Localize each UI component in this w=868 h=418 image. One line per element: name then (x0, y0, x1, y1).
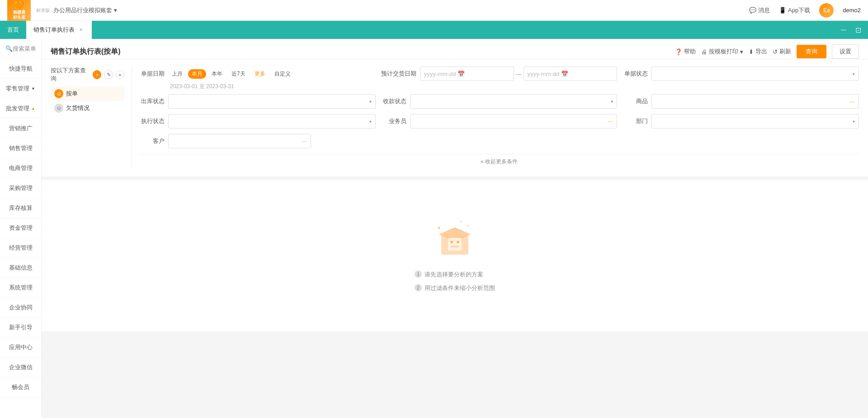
product-more-icon[interactable]: ··· (849, 98, 855, 105)
solution-backorder-dot: ⊙ (54, 104, 63, 113)
add-solution-btn[interactable]: + (93, 70, 101, 79)
date-tag-more[interactable]: 更多 (251, 69, 269, 79)
sidebar-wholesale-label: 批发管理 (6, 104, 29, 113)
tab-home[interactable]: 首页 (0, 21, 26, 39)
sidebar-system-label: 系统管理 (9, 284, 33, 292)
date-to-input[interactable]: yyyy-mm-dd 📅 (524, 66, 618, 81)
filter-left-panel: 按以下方案查询 + ✎ « ⊙ 按单 ⊙ 欠货情况 (51, 66, 132, 169)
page-header: 销售订单执行表(按单) ❓ 帮助 🖨 按模板打印 ▾ ⬇ 导出 ↺ 刷新 查询 … (42, 39, 868, 59)
date-tag-thismonth[interactable]: 本月 (188, 69, 206, 79)
date-range-from: yyyy-mm-dd 📅 — yyyy-mm-dd 📅 (420, 66, 618, 81)
svg-point-7 (450, 241, 453, 243)
filter-group-exec-status: 执行状态 ▾ (139, 114, 376, 128)
export-btn[interactable]: ⬇ 导出 (749, 48, 767, 56)
stock-status-arrow: ▾ (369, 99, 372, 104)
calendar-icon-to: 📅 (561, 71, 568, 77)
sidebar-item-sales[interactable]: 销售管理 (0, 138, 41, 158)
app-download-action[interactable]: 📱 App下载 (779, 6, 810, 14)
sidebar-item-basic[interactable]: 基础信息 (0, 258, 41, 278)
stock-status-select[interactable]: ▾ (168, 94, 376, 109)
help-label: 帮助 (684, 48, 696, 56)
filter-row-2: 出库状态 ▾ 收款状态 ▾ 商品 (139, 94, 859, 109)
sidebar-app-label: 应用中心 (9, 343, 33, 352)
date-tag-custom[interactable]: 自定义 (271, 69, 294, 79)
nav-tabs: 首页 销售订单执行表 × ─ ⊡ (0, 21, 868, 39)
date-tags: 上月 本月 本年 近7天 更多 自定义 (168, 69, 294, 79)
filter-group-product: 商品 ··· (623, 94, 859, 109)
nav-right-actions: ─ ⊡ (837, 24, 868, 36)
exec-status-select[interactable]: ▾ (168, 114, 376, 128)
solution-item-order[interactable]: ⊙ 按单 (51, 86, 124, 101)
exec-status-label: 执行状态 (139, 117, 165, 125)
sidebar-item-member[interactable]: 畅会员 (0, 377, 41, 397)
product-select[interactable]: ··· (651, 94, 859, 109)
edit-solution-btn[interactable]: ✎ (104, 70, 113, 79)
export-icon: ⬇ (749, 48, 754, 55)
avatar-text: Ea (823, 7, 830, 14)
sidebar-item-finance[interactable]: 资金管理 (0, 218, 41, 238)
sidebar-search[interactable]: 🔍 搜索菜单 (0, 39, 41, 59)
sidebar-shortcut[interactable]: 快捷导航 (0, 59, 41, 79)
customer-select[interactable]: ··· (168, 134, 311, 148)
sidebar-item-marketing[interactable]: 营销推广 (0, 119, 41, 138)
sidebar-operations-label: 经营管理 (9, 244, 33, 252)
sidebar-item-system[interactable]: 系统管理 (0, 278, 41, 298)
username: demo2 (843, 7, 861, 14)
sidebar-item-collab[interactable]: 企业协同 (0, 298, 41, 318)
dept-label: 部门 (623, 117, 648, 125)
refresh-btn[interactable]: ↺ 刷新 (773, 48, 791, 56)
empty-state: ✦ ✦ ✦ 1 请先选择要分析的方案 2 用过滤条件来缩小分析范围 (42, 180, 868, 331)
dept-select[interactable]: ▾ (651, 114, 859, 128)
doc-status-select[interactable]: ▾ (651, 66, 859, 81)
customer-more-icon[interactable]: ··· (302, 138, 307, 145)
svg-rect-6 (448, 238, 462, 251)
empty-step-2: 2 用过滤条件来缩小分析范围 (415, 284, 495, 292)
sidebar-item-retail[interactable]: 零售管理 (0, 79, 41, 99)
collapse-icon: « (481, 158, 484, 165)
tab-close-icon[interactable]: × (77, 26, 85, 33)
sidebar-item-wxwork[interactable]: 企业微信 (0, 357, 41, 377)
message-action[interactable]: 💬 消息 (749, 6, 770, 14)
tab-sales-order[interactable]: 销售订单执行表 × (26, 21, 92, 39)
salesperson-more-icon[interactable]: ··· (608, 118, 613, 125)
topbar: 🧡 畅捷通 好生意 标准版 办公用品行业模拟账套 ▾ 💬 消息 📱 App下载 … (0, 0, 868, 21)
print-label: 按模板打印 (709, 48, 738, 56)
sidebar-item-ecommerce[interactable]: 电商管理 (0, 158, 41, 178)
help-btn[interactable]: ❓ 帮助 (675, 48, 696, 56)
industry-selector[interactable]: 办公用品行业模拟账套 ▾ (53, 6, 117, 14)
sidebar-item-inventory[interactable]: 库存核算 (0, 198, 41, 218)
payment-status-select[interactable]: ▾ (410, 94, 618, 109)
date-tag-7days[interactable]: 近7天 (228, 69, 249, 79)
date-tag-lastmonth[interactable]: 上月 (168, 69, 186, 79)
avatar[interactable]: Ea (819, 3, 834, 18)
salesperson-select[interactable]: ··· (410, 114, 618, 128)
nav-restore-btn[interactable]: ⊡ (852, 24, 864, 36)
sidebar-item-app[interactable]: 应用中心 (0, 337, 41, 357)
nav-minimize-btn[interactable]: ─ (837, 24, 850, 36)
print-btn[interactable]: 🖨 按模板打印 ▾ (701, 48, 743, 56)
sidebar-wxwork-label: 企业微信 (9, 363, 33, 371)
collapse-solution-btn[interactable]: « (116, 70, 124, 79)
help-icon: ❓ (675, 48, 682, 55)
empty-steps: 1 请先选择要分析的方案 2 用过滤条件来缩小分析范围 (415, 271, 495, 295)
sidebar-item-wholesale[interactable]: 批发管理 (0, 99, 41, 119)
logo-text: 畅捷通 (13, 10, 25, 15)
filter-group-doc-status: 单据状态 ▾ (623, 66, 859, 81)
date-from-input[interactable]: yyyy-mm-dd 📅 (420, 66, 514, 81)
sidebar-item-newbie[interactable]: 新手引导 (0, 318, 41, 337)
shortcut-label: 快捷导航 (9, 65, 33, 73)
settings-btn[interactable]: 设置 (832, 44, 859, 59)
sidebar-marketing-label: 营销推广 (9, 124, 33, 133)
solution-item-backorder[interactable]: ⊙ 欠货情况 (51, 101, 124, 115)
industry-dropdown-icon: ▾ (114, 7, 117, 14)
print-icon: 🖨 (701, 48, 707, 55)
svg-point-8 (457, 241, 459, 243)
search-btn[interactable]: 查询 (797, 45, 826, 58)
filter-row-3: 执行状态 ▾ 业务员 ··· 部门 (139, 114, 859, 128)
message-icon: 💬 (749, 7, 756, 14)
collapse-btn[interactable]: « 收起更多条件 (139, 154, 859, 169)
sidebar-item-purchase[interactable]: 采购管理 (0, 178, 41, 198)
filter-group-salesperson: 业务员 ··· (381, 114, 618, 128)
sidebar-item-operations[interactable]: 经营管理 (0, 238, 41, 258)
date-tag-thisyear[interactable]: 本年 (208, 69, 226, 79)
